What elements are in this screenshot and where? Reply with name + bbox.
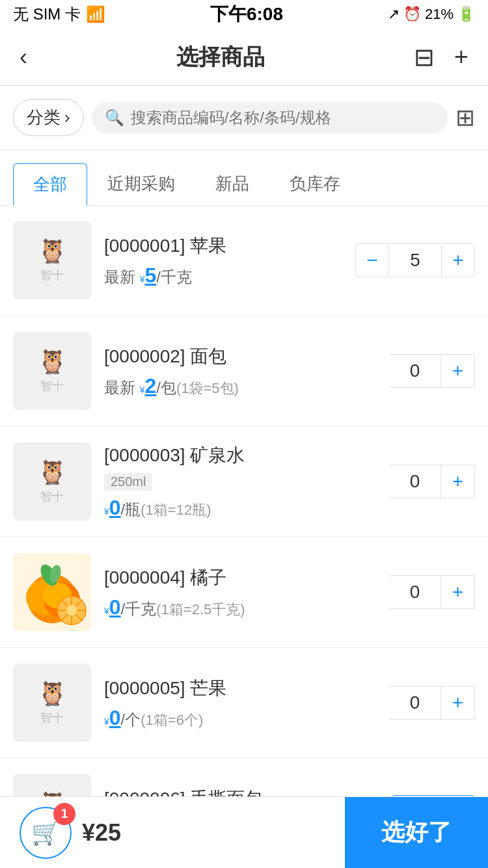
brand-text: 智十 xyxy=(40,489,64,504)
alarm-icon: ⏰ xyxy=(403,6,421,23)
page-title: 选择商品 xyxy=(176,42,265,72)
quantity-control: − + xyxy=(355,243,475,277)
product-info: [0000004] 橘子 ¥0/千克(1箱=2.5千克) xyxy=(104,565,376,619)
owl-icon: 🦉 xyxy=(38,459,67,486)
product-list: 🦉 智十 [0000001] 苹果 最新 ¥5/千克 − + 🦉 智十 [000… xyxy=(0,206,488,868)
tab-new[interactable]: 新品 xyxy=(195,163,269,205)
quantity-control: + xyxy=(389,354,475,388)
status-left: 无 SIM 卡 📶 xyxy=(13,4,105,25)
bottom-bar: 🛒 1 ¥25 选好了 xyxy=(0,796,488,868)
svg-point-12 xyxy=(66,605,77,616)
cart-icon: 🛒 xyxy=(31,819,61,847)
tab-all[interactable]: 全部 xyxy=(13,163,87,206)
quantity-input[interactable] xyxy=(389,354,441,388)
filter-row: 分类 › 🔍 ⊞ xyxy=(0,86,488,150)
product-name: [0000004] 橘子 xyxy=(104,565,376,590)
quantity-input[interactable] xyxy=(389,686,441,720)
decrease-button[interactable]: − xyxy=(355,243,389,277)
tab-bar: 全部 近期采购 新品 负库存 xyxy=(0,150,488,206)
cart-total: ¥25 xyxy=(82,819,121,847)
brand-text: 智十 xyxy=(40,267,64,283)
nav-actions: ⊟ + xyxy=(414,43,468,72)
quantity-control: + xyxy=(389,686,475,720)
product-item: 🦉 智十 [0000003] 矿泉水 250ml ¥0/瓶(1箱=12瓶) + xyxy=(0,427,488,536)
search-input[interactable] xyxy=(131,109,435,127)
quantity-input[interactable] xyxy=(389,575,441,609)
product-name: [0000001] 苹果 xyxy=(104,234,342,258)
owl-icon: 🦉 xyxy=(38,237,67,265)
product-info: [0000002] 面包 最新 ¥2/包(1袋=5包) xyxy=(104,344,376,398)
tab-negative[interactable]: 负库存 xyxy=(269,163,360,205)
increase-button[interactable]: + xyxy=(441,686,475,720)
increase-button[interactable]: + xyxy=(441,243,475,277)
search-bar: 🔍 xyxy=(92,102,448,133)
search-icon: 🔍 xyxy=(105,109,124,127)
brand-text: 智十 xyxy=(40,710,64,726)
battery-text: 21% xyxy=(425,6,454,23)
product-info: [0000003] 矿泉水 250ml ¥0/瓶(1箱=12瓶) xyxy=(104,443,376,520)
battery-icon: 🔋 xyxy=(457,6,475,23)
product-spec: 250ml xyxy=(104,473,152,491)
increase-button[interactable]: + xyxy=(441,465,475,498)
owl-logo: 🦉 智十 xyxy=(38,237,67,283)
tab-recent[interactable]: 近期采购 xyxy=(87,163,195,205)
scan-icon[interactable]: ⊞ xyxy=(455,104,475,131)
product-image: 🦉 智十 xyxy=(13,221,91,299)
product-price: 最新 ¥5/千克 xyxy=(104,264,342,288)
product-price: ¥0/瓶(1箱=12瓶) xyxy=(104,496,376,520)
cart-badge: 1 xyxy=(53,803,75,825)
owl-logo: 🦉 智十 xyxy=(38,680,67,726)
increase-button[interactable]: + xyxy=(441,575,475,609)
category-button[interactable]: 分类 › xyxy=(13,99,84,136)
status-right: ↗ ⏰ 21% 🔋 xyxy=(388,6,475,23)
product-info: [0000005] 芒果 ¥0/个(1箱=6个) xyxy=(104,676,376,730)
carrier-text: 无 SIM 卡 xyxy=(13,4,81,25)
product-item: 🦉 智十 [0000002] 面包 最新 ¥2/包(1袋=5包) + xyxy=(0,316,488,426)
owl-icon: 🦉 xyxy=(38,348,67,375)
nav-bar: ‹ 选择商品 ⊟ + xyxy=(0,29,488,86)
owl-icon: 🦉 xyxy=(38,680,67,707)
product-price: ¥0/千克(1箱=2.5千克) xyxy=(104,595,376,619)
product-info: [0000001] 苹果 最新 ¥5/千克 xyxy=(104,234,342,288)
cart-section: 🛒 1 ¥25 xyxy=(0,807,345,859)
quantity-control: + xyxy=(389,575,475,609)
product-name: [0000003] 矿泉水 xyxy=(104,443,376,468)
product-name: [0000005] 芒果 xyxy=(104,676,376,701)
product-name: [0000002] 面包 xyxy=(104,344,376,369)
product-price: 最新 ¥2/包(1袋=5包) xyxy=(104,374,376,398)
quantity-input[interactable] xyxy=(389,243,441,277)
product-image xyxy=(13,553,91,631)
quantity-control: + xyxy=(389,465,475,498)
filter-icon[interactable]: ⊟ xyxy=(414,43,435,72)
location-icon: ↗ xyxy=(388,6,400,23)
product-price: ¥0/个(1箱=6个) xyxy=(104,706,376,730)
confirm-button[interactable]: 选好了 xyxy=(345,797,488,869)
wifi-icon: 📶 xyxy=(86,5,105,23)
owl-logo: 🦉 智十 xyxy=(38,348,67,394)
time-display: 下午6:08 xyxy=(210,2,283,27)
product-item: 🦉 智十 [0000005] 芒果 ¥0/个(1箱=6个) + xyxy=(0,648,488,757)
category-label: 分类 xyxy=(27,106,61,129)
brand-text: 智十 xyxy=(40,378,64,394)
back-button[interactable]: ‹ xyxy=(20,44,27,71)
product-image: 🦉 智十 xyxy=(13,664,91,742)
product-item: [0000004] 橘子 ¥0/千克(1箱=2.5千克) + xyxy=(0,537,488,647)
increase-button[interactable]: + xyxy=(441,354,475,388)
status-bar: 无 SIM 卡 📶 下午6:08 ↗ ⏰ 21% 🔋 xyxy=(0,0,488,29)
product-item: 🦉 智十 [0000001] 苹果 最新 ¥5/千克 − + xyxy=(0,206,488,315)
cart-button[interactable]: 🛒 1 xyxy=(20,807,72,859)
product-image: 🦉 智十 xyxy=(13,442,91,521)
add-icon[interactable]: + xyxy=(454,43,468,71)
quantity-input[interactable] xyxy=(389,465,441,498)
product-image: 🦉 智十 xyxy=(13,332,91,410)
category-chevron: › xyxy=(64,107,70,128)
owl-logo: 🦉 智十 xyxy=(38,459,67,504)
